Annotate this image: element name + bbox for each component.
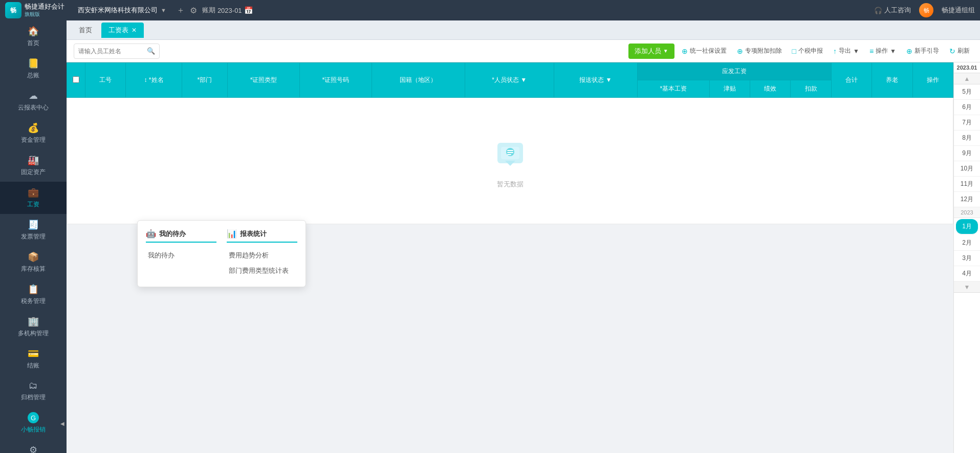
sidebar-label-settlement: 结账 [27, 361, 39, 370]
col-idtype-header: *证照类型 [228, 63, 300, 98]
popup-my-tasks[interactable]: 我的待办 [146, 248, 216, 263]
username: 畅捷通组组 [942, 6, 975, 15]
sidebar-item-multi-org[interactable]: 🏢 多机构管理 [0, 311, 67, 343]
sidebar-item-xiaochang[interactable]: G 小畅报销 ◀ [0, 407, 67, 439]
timeline-panel: 2023.01 ▲ 5月 6月 7月 8月 9月 10月 11月 12月 202… [953, 62, 980, 453]
toolbar: 🔍 添加人员 ▼ ⊕ 统一社保设置 ⊕ 专项附加扣除 □ 个税申报 [67, 40, 980, 62]
timeline-month-5[interactable]: 5月 [954, 84, 980, 100]
social-insurance-icon: ⊕ [682, 47, 688, 55]
col-nation-header: 国籍（地区） [372, 63, 465, 98]
tax-deduct-button[interactable]: ⊕ 专项附加扣除 [734, 45, 785, 57]
export-arrow-icon: ▼ [853, 48, 859, 55]
popup-cost-trend[interactable]: 费用趋势分析 [227, 248, 297, 263]
sidebar-item-ledger[interactable]: 📒 总账 [0, 53, 67, 85]
refresh-icon: ↻ [949, 47, 955, 55]
popup-col-tasks-header: 🤖 我的待办 [146, 229, 216, 243]
timeline-scroll-down-button[interactable]: ▼ [954, 282, 980, 293]
col-total-header: 合计 [831, 63, 872, 98]
col-bonus-header: 津贴 [709, 80, 750, 98]
xiaochang-icon: G [28, 412, 39, 423]
sidebar-item-fund[interactable]: 💰 资金管理 [0, 117, 67, 149]
sidebar-label-multi-org: 多机构管理 [18, 329, 49, 338]
toolbar-right: 添加人员 ▼ ⊕ 统一社保设置 ⊕ 专项附加扣除 □ 个税申报 ↑ 导出 [628, 44, 973, 59]
sidebar-item-salary[interactable]: 💼 工资 [0, 182, 67, 214]
add-icon[interactable]: ＋ [177, 5, 185, 16]
timeline-month-3[interactable]: 3月 [954, 251, 980, 266]
sidebar-item-invoice[interactable]: 🧾 发票管理 [0, 214, 67, 246]
empty-state-cell: 暂无数据 [67, 98, 953, 224]
col-payroll-group-header: 应发工资 [637, 63, 831, 80]
sidebar-item-settlement[interactable]: 💳 结账 [0, 343, 67, 375]
timeline-scroll-up-button[interactable]: ▲ [954, 73, 980, 84]
new-guide-label: 新手引导 [914, 47, 939, 55]
search-icon[interactable]: 🔍 [147, 47, 155, 55]
sidebar-label-salary: 工资 [27, 200, 39, 209]
refresh-label: 刷新 [957, 47, 970, 55]
timeline-month-6[interactable]: 6月 [954, 100, 980, 115]
customer-service-button[interactable]: 🎧 人工咨询 [874, 6, 911, 15]
col-deduct-header: 扣款 [791, 80, 831, 98]
avatar: 畅 [919, 3, 933, 17]
salary-table: 工号 ↕ *姓名 *部门 *证照类型 *证照号码 国籍（地区） *人员状态 ▼ … [67, 62, 953, 224]
sidebar-item-inventory[interactable]: 📦 库存核算 [0, 246, 67, 278]
sidebar-label-archive: 归档管理 [21, 393, 46, 402]
new-guide-button[interactable]: ⊕ 新手引导 [903, 45, 942, 57]
company-name: 西安虾米网络科技有限公司 [78, 6, 158, 15]
sidebar-label-inventory: 库存核算 [21, 265, 46, 273]
popup-col-reports-header: 📊 报表统计 [227, 229, 297, 243]
sidebar-item-basic-settings[interactable]: ⚙ 基础设置 [0, 439, 67, 453]
col-ops-header: 操作 [912, 63, 953, 98]
col-dept-header: *部门 [182, 63, 227, 98]
timeline-month-11[interactable]: 11月 [954, 177, 980, 192]
inventory-icon: 📦 [28, 251, 39, 263]
archive-icon: 🗂 [29, 380, 38, 391]
export-icon: ↑ [833, 47, 837, 55]
multi-org-icon: 🏢 [28, 316, 39, 327]
select-all-checkbox[interactable] [73, 76, 79, 83]
timeline-month-10[interactable]: 10月 [954, 161, 980, 177]
content-area: 首页 工资表 ✕ 🔍 添加人员 ▼ ⊕ 统一社保设置 [67, 20, 980, 453]
timeline-month-12[interactable]: 12月 [954, 192, 980, 207]
timeline-month-8[interactable]: 8月 [954, 131, 980, 146]
main-layout: 🏠 首页 📒 总账 ☁ 云报表中心 💰 资金管理 🏭 固定资产 💼 工资 🧾 发… [0, 20, 980, 453]
col-performance-header: 绩效 [750, 80, 791, 98]
sidebar-label-ledger: 总账 [27, 71, 39, 80]
export-button[interactable]: ↑ 导出 ▼ [830, 45, 862, 57]
sidebar-item-home[interactable]: 🏠 首页 [0, 20, 67, 53]
headset-icon: 🎧 [874, 7, 882, 14]
fund-icon: 💰 [28, 122, 39, 134]
personal-tax-icon: □ [792, 47, 796, 55]
timeline-month-7[interactable]: 7月 [954, 115, 980, 131]
personal-tax-button[interactable]: □ 个税申报 [789, 45, 826, 57]
timeline-month-4[interactable]: 4月 [954, 266, 980, 282]
add-person-button[interactable]: 添加人员 ▼ [628, 44, 674, 59]
settings-icon[interactable]: ⚙ [190, 6, 197, 15]
social-insurance-button[interactable]: ⊕ 统一社保设置 [679, 45, 730, 57]
refresh-button[interactable]: ↻ 刷新 [946, 45, 973, 57]
timeline-month-1[interactable]: 1月 [956, 219, 978, 234]
operation-label: 操作 [876, 47, 888, 55]
timeline-month-9[interactable]: 9月 [954, 146, 980, 161]
sidebar-item-tax[interactable]: 📋 税务管理 [0, 278, 67, 311]
sidebar-label-fixed-asset: 固定资产 [21, 168, 46, 177]
company-selector[interactable]: 西安虾米网络科技有限公司 ▼ [72, 6, 172, 15]
operation-button[interactable]: ≡ 操作 ▼ [866, 45, 899, 57]
timeline-month-2[interactable]: 2月 [954, 235, 980, 251]
tab-close-icon[interactable]: ✕ [132, 27, 137, 34]
col-check-header [67, 63, 85, 98]
tab-salary[interactable]: 工资表 ✕ [101, 23, 144, 38]
tab-home-label: 首页 [79, 26, 92, 35]
calendar-icon[interactable]: 📅 [244, 6, 253, 14]
sidebar-item-archive[interactable]: 🗂 归档管理 [0, 375, 67, 407]
popup-reports-title: 报表统计 [240, 229, 267, 239]
top-right: 🎧 人工咨询 畅 畅捷通组组 [874, 3, 975, 17]
search-input[interactable] [78, 48, 145, 55]
tab-home[interactable]: 首页 [72, 23, 99, 38]
sidebar-label-cloud-report: 云报表中心 [18, 103, 49, 112]
popup-dept-cost[interactable]: 部门费用类型统计表 [227, 263, 297, 278]
sidebar-item-cloud-report[interactable]: ☁ 云报表中心 [0, 85, 67, 117]
tab-bar: 首页 工资表 ✕ [67, 20, 980, 40]
app-title: 畅捷通好会计 [25, 3, 64, 11]
add-person-arrow-icon: ▼ [663, 48, 668, 54]
sidebar-item-fixed-asset[interactable]: 🏭 固定资产 [0, 149, 67, 182]
